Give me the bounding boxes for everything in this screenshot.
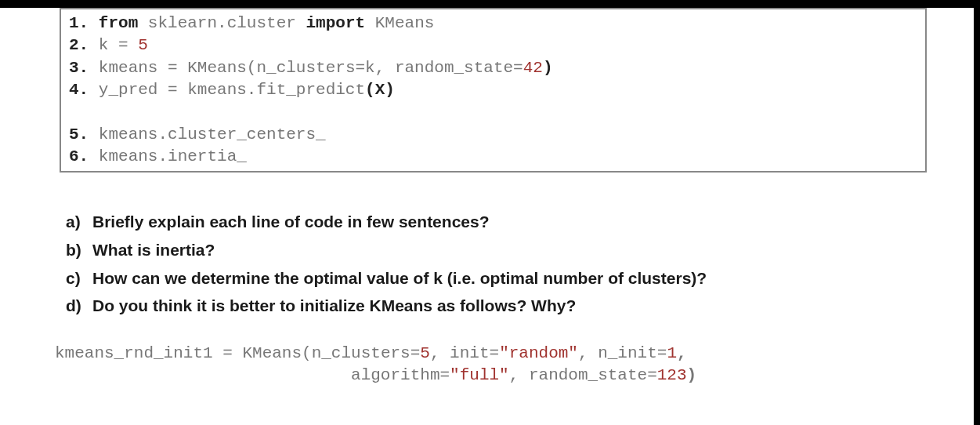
code-line: 5. kmeans.cluster_centers_ [69,124,917,146]
question-item: c)How can we determine the optimal value… [66,265,927,292]
code-block: 1. from sklearn.cluster import KMeans2. … [60,8,927,173]
code-token: kmeans.inertia_ [89,147,247,165]
line-number: 2. [69,36,89,54]
line-number: 3. [69,59,89,77]
code-token: k = [89,36,138,54]
code-text: , init= [430,344,499,362]
code-pad [55,366,351,384]
code-token: KMeans(n_clusters=k, random_state= [187,59,523,77]
code-token: from [99,14,138,32]
code-token: ) [543,59,553,77]
question-item: b)What is inertia? [66,237,927,263]
question-list: a)Briefly explain each line of code in f… [66,209,927,318]
code-line: 6. kmeans.inertia_ [69,146,917,168]
code-text: algorithm= [351,366,450,384]
code-number: 5 [420,344,430,362]
question-item: d)Do you think it is better to initializ… [66,292,927,319]
code-token: y_pred = kmeans.fit_predict [89,81,365,99]
question-text: What is inertia? [92,237,215,263]
code-token: 42 [523,59,543,77]
code-line: 1. from sklearn.cluster import KMeans [69,13,917,35]
code-token: sklearn.cluster [138,14,306,32]
code-line: 3. kmeans = KMeans(n_clusters=k, random_… [69,57,917,79]
code-token: 5 [138,36,148,54]
code-token: KMeans [375,14,435,32]
code-token [89,14,99,32]
question-label: b) [66,237,92,263]
code-token: (X) [365,81,395,99]
code-token [365,14,375,32]
bottom-code-block: kmeans_rnd_init1 = KMeans(n_clusters=5, … [55,343,927,387]
code-string: "full" [450,366,509,384]
code-text: , n_init= [578,344,667,362]
code-text: ) [687,366,697,384]
line-number: 5. [69,125,89,143]
question-text: Briefly explain each line of code in few… [92,209,490,235]
code-text: , random_state= [509,366,657,384]
code-line: 4. y_pred = kmeans.fit_predict(X) [69,79,917,101]
question-label: d) [66,292,92,319]
code-token: kmeans.cluster_centers_ [89,125,325,143]
code-number: 1 [667,344,677,362]
question-text: Do you think it is better to initialize … [92,292,576,319]
question-item: a)Briefly explain each line of code in f… [66,209,927,235]
question-label: c) [66,265,92,292]
code-line: 2. k = 5 [69,35,917,56]
code-line [69,101,917,123]
code-text: , [677,344,687,362]
line-number: 4. [69,81,89,99]
code-string: "random" [499,344,578,362]
code-token: kmeans = [89,59,187,77]
code-text: KMeans(n_clusters= [242,344,420,362]
question-label: a) [66,209,92,235]
line-number: 6. [69,147,89,165]
code-number: 123 [657,366,687,384]
code-text: kmeans_rnd_init1 = [55,344,242,362]
question-text: How can we determine the optimal value o… [92,265,707,292]
code-token: import [306,14,366,32]
line-number: 1. [69,14,89,32]
